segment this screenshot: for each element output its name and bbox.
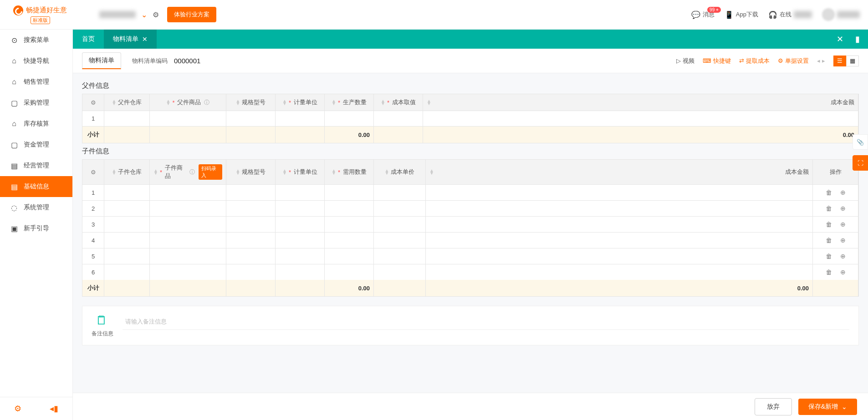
- cell-unit[interactable]: [276, 217, 325, 232]
- extract-cost-link[interactable]: ⇄提取成本: [739, 57, 770, 65]
- sidebar-item-sales[interactable]: ⌂销售管理: [0, 71, 72, 92]
- cell-unit-cost[interactable]: [374, 201, 426, 216]
- delete-icon[interactable]: 🗑: [826, 237, 832, 244]
- col-parent-product[interactable]: ▲▼*父件商品ⓘ: [150, 94, 226, 111]
- cell-cost-source[interactable]: [374, 111, 423, 126]
- online-support-button[interactable]: 🎧 在线: [768, 10, 812, 19]
- tab-bom[interactable]: 物料清单 ✕: [104, 30, 157, 49]
- sidebar-item-purchase[interactable]: ▢采购管理: [0, 92, 72, 113]
- col-parent-unit[interactable]: ▲▼*计量单位: [276, 94, 325, 111]
- col-parent-cost-amt[interactable]: ▲▼成本金额: [423, 94, 858, 111]
- cell-cost-amt[interactable]: [423, 111, 858, 126]
- doc-settings-link[interactable]: ⚙单据设置: [778, 57, 809, 65]
- cell-spec[interactable]: [226, 111, 276, 126]
- col-parent-cost-source[interactable]: ▲▼*成本取值: [374, 94, 423, 111]
- menu-icon[interactable]: ▮: [852, 34, 863, 44]
- delete-icon[interactable]: 🗑: [826, 268, 832, 276]
- add-icon[interactable]: ⊕: [840, 205, 846, 212]
- info-icon[interactable]: ⓘ: [204, 99, 209, 106]
- cell-product[interactable]: [150, 111, 226, 126]
- cell-spec[interactable]: [226, 201, 276, 216]
- col-child-warehouse[interactable]: ▲▼子件仓库: [104, 160, 150, 184]
- org-selector[interactable]: ⌄ ⚙: [99, 10, 159, 19]
- table-row[interactable]: 5🗑⊕: [82, 248, 858, 264]
- cell-product[interactable]: [150, 233, 226, 248]
- table-row[interactable]: 3🗑⊕: [82, 217, 858, 233]
- messages-button[interactable]: 💬 消息 99 +: [691, 10, 715, 19]
- delete-icon[interactable]: 🗑: [826, 221, 832, 228]
- video-link[interactable]: ▷视频: [676, 57, 694, 65]
- try-industry-button[interactable]: 体验行业方案: [167, 7, 216, 22]
- info-icon[interactable]: ⓘ: [189, 168, 195, 176]
- delete-icon[interactable]: 🗑: [826, 253, 832, 260]
- cell-req-qty[interactable]: [325, 217, 374, 232]
- col-settings[interactable]: ⚙: [82, 160, 104, 184]
- close-icon[interactable]: ✕: [142, 35, 148, 43]
- col-child-unit-cost[interactable]: ▲▼成本单价: [374, 160, 426, 184]
- cell-warehouse[interactable]: [104, 201, 150, 216]
- add-icon[interactable]: ⊕: [840, 221, 846, 228]
- cell-product[interactable]: [150, 248, 226, 264]
- cell-warehouse[interactable]: [104, 248, 150, 264]
- sidebar-item-search[interactable]: ⊙搜索菜单: [0, 30, 72, 51]
- cell-spec[interactable]: [226, 233, 276, 248]
- app-download-button[interactable]: 📱 App下载: [725, 10, 758, 19]
- next-icon[interactable]: ▸: [822, 57, 825, 64]
- cell-cost-amt[interactable]: [426, 201, 813, 216]
- cell-warehouse[interactable]: [104, 233, 150, 248]
- shortcut-link[interactable]: ⌨快捷键: [703, 57, 731, 65]
- cell-cost-amt[interactable]: [426, 185, 813, 200]
- table-row[interactable]: 6🗑⊕: [82, 264, 858, 280]
- cell-cost-amt[interactable]: [426, 233, 813, 248]
- cell-cost-amt[interactable]: [426, 217, 813, 232]
- cell-cost-amt[interactable]: [426, 264, 813, 280]
- discard-button[interactable]: 放弃: [755, 398, 792, 415]
- tab-home[interactable]: 首页: [73, 30, 104, 49]
- col-settings[interactable]: ⚙: [82, 94, 104, 111]
- cell-req-qty[interactable]: [325, 201, 374, 216]
- col-child-spec[interactable]: ▲▼规格型号: [226, 160, 276, 184]
- collapse-icon[interactable]: ◂▮: [50, 404, 58, 414]
- remarks-input[interactable]: [123, 314, 849, 330]
- cell-unit[interactable]: [276, 264, 325, 280]
- cell-warehouse[interactable]: [104, 185, 150, 200]
- cell-unit[interactable]: [276, 201, 325, 216]
- table-row[interactable]: 2🗑⊕: [82, 201, 858, 217]
- cell-req-qty[interactable]: [325, 185, 374, 200]
- attachment-button[interactable]: 📎: [853, 134, 868, 150]
- table-row[interactable]: 1🗑⊕: [82, 185, 858, 201]
- sidebar-item-quicknav[interactable]: ⌂快捷导航: [0, 51, 72, 71]
- prev-icon[interactable]: ◂: [817, 57, 820, 64]
- sidebar-item-operations[interactable]: ▤经营管理: [0, 155, 72, 176]
- cell-cost-amt[interactable]: [426, 248, 813, 264]
- cell-spec[interactable]: [226, 248, 276, 264]
- cell-spec[interactable]: [226, 264, 276, 280]
- col-parent-spec[interactable]: ▲▼规格型号: [226, 94, 276, 111]
- cell-product[interactable]: [150, 201, 226, 216]
- col-parent-qty[interactable]: ▲▼*生产数量: [325, 94, 374, 111]
- save-and-new-button[interactable]: 保存&新增 ⌄: [798, 399, 857, 415]
- sidebar-item-basicinfo[interactable]: ▤基础信息: [0, 176, 72, 197]
- sidebar-item-guide[interactable]: ▣新手引导: [0, 218, 72, 239]
- cell-unit[interactable]: [276, 233, 325, 248]
- add-icon[interactable]: ⊕: [840, 268, 846, 276]
- cell-unit-cost[interactable]: [374, 185, 426, 200]
- cell-req-qty[interactable]: [325, 248, 374, 264]
- cell-spec[interactable]: [226, 185, 276, 200]
- table-row[interactable]: 4🗑⊕: [82, 233, 858, 248]
- expand-button[interactable]: ⛶: [853, 155, 868, 171]
- add-icon[interactable]: ⊕: [840, 237, 846, 244]
- settings-icon[interactable]: ⚙: [14, 404, 21, 414]
- cell-unit[interactable]: [276, 248, 325, 264]
- sidebar-item-inventory[interactable]: ⌂库存核算: [0, 113, 72, 134]
- cell-warehouse[interactable]: [104, 111, 150, 126]
- sidebar-item-finance[interactable]: ▢资金管理: [0, 134, 72, 155]
- cell-unit-cost[interactable]: [374, 248, 426, 264]
- sidebar-item-system[interactable]: ◌系统管理: [0, 197, 72, 218]
- table-row[interactable]: 1: [82, 111, 858, 127]
- cell-product[interactable]: [150, 217, 226, 232]
- col-parent-warehouse[interactable]: ▲▼父件仓库: [104, 94, 150, 111]
- cell-unit-cost[interactable]: [374, 264, 426, 280]
- cell-req-qty[interactable]: [325, 233, 374, 248]
- cell-product[interactable]: [150, 264, 226, 280]
